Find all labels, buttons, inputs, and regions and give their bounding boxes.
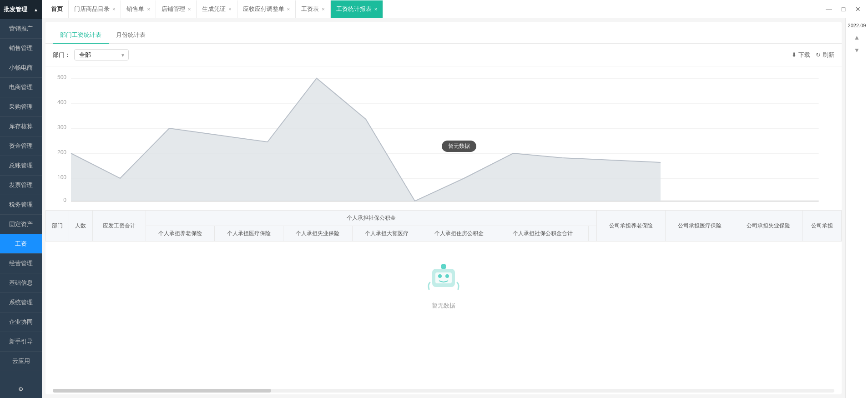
th-company-unemployment: 公司承担失业保险: [734, 211, 803, 242]
tab-close-icon[interactable]: ×: [188, 6, 191, 12]
sidebar-item-营销推广[interactable]: 营销推广: [0, 19, 42, 39]
table-section[interactable]: 部门 人数 应发工资合计 个人承担社保公积金 公司承担养老保险 公司承担医疗保险…: [45, 210, 842, 389]
svg-text:500: 500: [57, 74, 66, 81]
content-area: 部门工资统计表 月份统计表 部门： 全部 ⬇ 下载: [42, 18, 868, 398]
sidebar: 批发管理 ▲ 营销推广销售管理小畅电商电商管理采购管理库存核算资金管理总账管理发…: [0, 0, 42, 398]
toolbar-right: ⬇ 下载 ↻ 刷新: [792, 51, 834, 59]
tab-close-icon[interactable]: ×: [287, 6, 290, 12]
sidebar-item-小畅电商[interactable]: 小畅电商: [0, 58, 42, 78]
sidebar-item-采购管理[interactable]: 采购管理: [0, 97, 42, 117]
sidebar-item-销售管理[interactable]: 销售管理: [0, 39, 42, 58]
chart-area: [71, 78, 661, 201]
top-tab-销售单[interactable]: 销售单 ×: [121, 0, 156, 18]
th-personal-pension: 个人承担养老保险: [146, 226, 215, 242]
th-personal-medical: 个人承担医疗保险: [215, 226, 283, 242]
th-personal-insurance: 个人承担社保公积金: [146, 211, 597, 226]
th-company-other: 公司承担: [803, 211, 842, 242]
table-scrollbar-thumb[interactable]: [53, 389, 271, 393]
sidebar-item-库存核算[interactable]: 库存核算: [0, 117, 42, 136]
th-company-pension: 公司承担养老保险: [597, 211, 666, 242]
top-tab-工资统计报表[interactable]: 工资统计报表 ×: [331, 0, 383, 18]
svg-text:0: 0: [63, 197, 66, 203]
refresh-btn[interactable]: ↻ 刷新: [816, 51, 834, 59]
download-label: 下载: [798, 51, 810, 59]
maximize-btn[interactable]: □: [837, 3, 850, 15]
th-personal-housing: 个人承担住房公积金: [421, 226, 497, 242]
main-area: 首页门店商品目录 ×销售单 ×店铺管理 ×生成凭证 ×应收应付调整单 ×工资表 …: [42, 0, 868, 398]
svg-point-14: [438, 274, 442, 278]
date-panel: 2022.09 ▲ ▼: [845, 18, 868, 398]
sidebar-title: 批发管理: [4, 5, 27, 14]
th-dept: 部门: [46, 211, 69, 242]
sidebar-item-固定资产[interactable]: 固定资产: [0, 215, 42, 234]
sidebar-item-发票管理[interactable]: 发票管理: [0, 176, 42, 195]
date-nav-down[interactable]: ▼: [851, 44, 863, 56]
tab-close-icon[interactable]: ×: [322, 6, 324, 12]
refresh-label: 刷新: [823, 51, 834, 59]
th-personal-total: 个人承担社保公积金合计: [497, 226, 589, 242]
tabs-container: 首页门店商品目录 ×销售单 ×店铺管理 ×生成凭证 ×应收应付调整单 ×工资表 …: [45, 0, 823, 18]
data-table: 部门 人数 应发工资合计 个人承担社保公积金 公司承担养老保险 公司承担医疗保险…: [45, 210, 842, 242]
th-total-salary: 应发工资合计: [92, 211, 146, 242]
sidebar-item-基础信息[interactable]: 基础信息: [0, 273, 42, 293]
sidebar-footer[interactable]: ⚙: [0, 380, 42, 398]
date-nav-up[interactable]: ▲: [851, 31, 863, 44]
th-company-medical: 公司承担医疗保险: [666, 211, 734, 242]
date-panel-year-label: 2022.09: [847, 20, 867, 31]
sidebar-item-资金管理[interactable]: 资金管理: [0, 136, 42, 156]
sidebar-toggle-icon: ▲: [34, 7, 38, 12]
dept-select-wrapper[interactable]: 全部: [74, 49, 129, 60]
dept-label: 部门：: [53, 51, 71, 59]
tab-close-icon[interactable]: ×: [374, 6, 377, 12]
empty-state: 暂无数据: [45, 242, 842, 328]
svg-text:100: 100: [57, 174, 66, 181]
sidebar-item-总账管理[interactable]: 总账管理: [0, 156, 42, 176]
table-scrollbar-area[interactable]: [53, 389, 834, 393]
th-count: 人数: [69, 211, 92, 242]
tab-close-icon[interactable]: ×: [112, 6, 115, 12]
download-btn[interactable]: ⬇ 下载: [792, 51, 810, 59]
refresh-icon: ↻: [816, 51, 821, 58]
top-tab-应收应付调整单[interactable]: 应收应付调整单 ×: [237, 0, 296, 18]
dept-select[interactable]: 全部: [74, 49, 129, 60]
sidebar-item-系统管理[interactable]: 系统管理: [0, 293, 42, 312]
sidebar-item-企业协同[interactable]: 企业协同: [0, 312, 42, 332]
download-icon: ⬇: [792, 51, 797, 58]
sidebar-items: 营销推广销售管理小畅电商电商管理采购管理库存核算资金管理总账管理发票管理税务管理…: [0, 19, 42, 371]
minimize-btn[interactable]: —: [823, 3, 835, 15]
toolbar: 部门： 全部 ⬇ 下载 ↻ 刷新: [45, 44, 842, 66]
toolbar-left: 部门： 全部: [53, 49, 129, 60]
chart-svg: 500 400 300 200 100 0: [53, 70, 834, 207]
top-tab-门店商品目录[interactable]: 门店商品目录 ×: [69, 0, 121, 18]
sidebar-header[interactable]: 批发管理 ▲: [0, 0, 42, 19]
window-controls: — □ ✕: [823, 3, 864, 15]
page-content: 部门工资统计表 月份统计表 部门： 全部 ⬇ 下载: [45, 22, 842, 394]
tab-close-icon[interactable]: ×: [228, 6, 231, 12]
sidebar-item-经营管理[interactable]: 经营管理: [0, 254, 42, 273]
tab-close-icon[interactable]: ×: [147, 6, 150, 12]
sidebar-item-云应用[interactable]: 云应用: [0, 352, 42, 371]
top-tab-生成凭证[interactable]: 生成凭证 ×: [197, 0, 237, 18]
top-tab-首页[interactable]: 首页: [45, 0, 69, 18]
empty-icon: [425, 260, 462, 296]
sidebar-item-工资[interactable]: 工资: [0, 234, 42, 254]
sidebar-item-电商管理[interactable]: 电商管理: [0, 78, 42, 97]
tab-month-stats[interactable]: 月份统计表: [109, 27, 153, 44]
th-personal-major-medical: 个人承担大额医疗: [352, 226, 421, 242]
tab-dept-salary[interactable]: 部门工资统计表: [53, 27, 109, 44]
sub-tabs: 部门工资统计表 月份统计表: [45, 22, 842, 44]
empty-text: 暂无数据: [432, 302, 455, 310]
chart-section: 500 400 300 200 100 0: [45, 66, 842, 210]
close-btn[interactable]: ✕: [852, 3, 864, 15]
settings-icon: ⚙: [18, 386, 24, 393]
sidebar-item-新手引导[interactable]: 新手引导: [0, 332, 42, 352]
table-header-row1: 部门 人数 应发工资合计 个人承担社保公积金 公司承担养老保险 公司承担医疗保险…: [46, 211, 842, 226]
th-extra: [589, 226, 597, 242]
chart-container: 500 400 300 200 100 0: [53, 70, 834, 207]
sidebar-item-税务管理[interactable]: 税务管理: [0, 195, 42, 215]
svg-text:200: 200: [57, 149, 66, 156]
top-tab-店铺管理[interactable]: 店铺管理 ×: [156, 0, 197, 18]
top-tab-工资表[interactable]: 工资表 ×: [296, 0, 330, 18]
svg-point-15: [445, 274, 449, 278]
top-tabs: 首页门店商品目录 ×销售单 ×店铺管理 ×生成凭证 ×应收应付调整单 ×工资表 …: [42, 0, 868, 18]
